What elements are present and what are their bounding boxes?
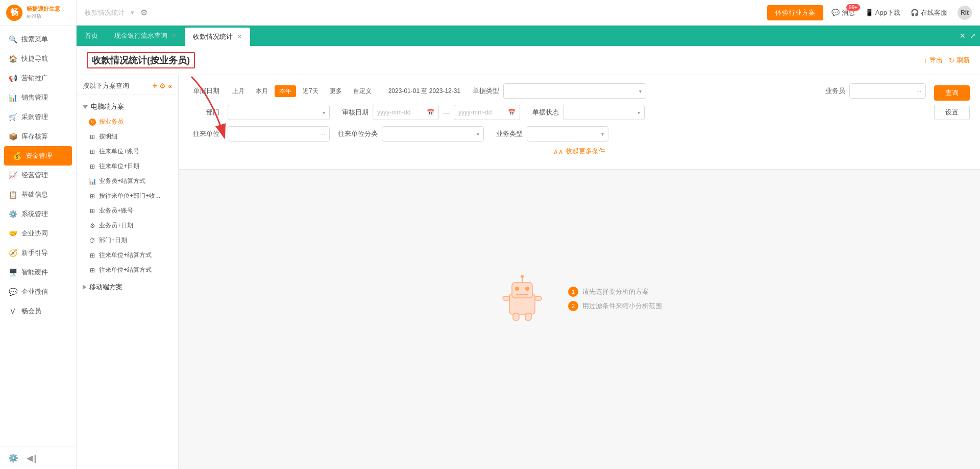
nav-label-hardware: 智能硬件 [21, 268, 48, 277]
sidebar-item-basic-info[interactable]: 📋 基础信息 [0, 185, 76, 204]
logo-text: 畅捷通好生意 标准版 [27, 5, 60, 20]
sidebar-item-operation[interactable]: 📈 经营管理 [0, 166, 76, 185]
svg-rect-1 [512, 283, 532, 298]
scheme-group-mobile-title[interactable]: 移动端方案 [77, 279, 178, 295]
sidebar-item-inventory[interactable]: 📦 库存核算 [0, 127, 76, 146]
empty-content: 1 请先选择要分析的方案 2 用过滤条件来缩小分析范围 [497, 273, 662, 324]
scheme-group-desktop-title[interactable]: 电脑端方案 [77, 99, 178, 114]
date-tab-last-month[interactable]: 上月 [228, 85, 249, 97]
app-icon: 📱 [865, 9, 873, 16]
tab-close-bank-flow[interactable]: ✕ [172, 32, 177, 39]
refresh-button[interactable]: ↻ 刷新 [949, 56, 970, 65]
salesperson-select[interactable]: ··· [849, 83, 926, 99]
svg-rect-7 [503, 296, 509, 300]
collapse-panel-icon[interactable]: « [168, 82, 172, 90]
sidebar-item-guide[interactable]: 🧭 新手引导 [0, 243, 76, 263]
add-scheme-icon[interactable]: + [153, 81, 157, 90]
scheme-item-by-salesperson[interactable]: ↻按业务员 [77, 114, 178, 129]
scheme-item-partner-settlement2[interactable]: ⊞往来单位+结算方式 [77, 263, 178, 277]
scheme-icon-salesperson-date: ⚙ [89, 222, 96, 229]
collapse-sidebar-icon[interactable]: ◀‖ [27, 453, 37, 463]
filter-section-main: 单据日期 上月 本月 本年 近7天 更多 自定义 2023-01-01 至 20… [189, 83, 926, 142]
scheme-item-salesperson-account[interactable]: ⊞业务员+账号 [77, 203, 178, 218]
scheme-label-partner-dept-collect: 按往来单位+部门+收... [99, 192, 160, 200]
logo-icon: 畅 [6, 5, 22, 21]
scheme-item-partner-date[interactable]: ⊞往来单位+日期 [77, 159, 178, 174]
scheme-item-partner-account[interactable]: ⊞往来单位+账号 [77, 144, 178, 159]
date-tabs: 上月 本月 本年 近7天 更多 自定义 [228, 85, 376, 97]
date-tab-custom[interactable]: 自定义 [349, 85, 376, 97]
sidebar-item-system[interactable]: ⚙️ 系统管理 [0, 204, 76, 224]
sidebar-logo: 畅 畅捷通好生意 标准版 [0, 0, 76, 26]
scheme-item-by-detail[interactable]: ⊞按明细 [77, 129, 178, 144]
topbar-actions: 体验行业方案 💬 消息 99+ 📱 App下载 🎧 在线客服 Rit [767, 5, 972, 20]
doc-type-label: 单据类型 [469, 86, 499, 96]
scheme-label-by-salesperson: 按业务员 [99, 118, 124, 126]
message-icon-item[interactable]: 💬 消息 99+ [831, 8, 855, 17]
scheme-label-by-detail: 按明细 [99, 132, 117, 141]
sidebar-item-enterprise[interactable]: 🤝 企业协同 [0, 224, 76, 243]
partner-category-select[interactable]: ▾ [382, 126, 484, 142]
dept-select[interactable]: ▾ [228, 105, 330, 120]
settings-gear-icon[interactable]: ⚙ [140, 8, 148, 17]
nav-label-inventory: 库存核算 [21, 132, 48, 141]
app-download-item[interactable]: 📱 App下载 [865, 8, 900, 17]
scheme-item-partner-dept-collect[interactable]: ⊞按往来单位+部门+收... [77, 189, 178, 203]
sidebar-navigation: 🔍 搜索菜单 🏠 快捷导航 📢 营销推广 📊 销售管理 🛒 采购管理 📦 库存核… [0, 26, 76, 447]
tab-bank-flow[interactable]: 现金银行流水查询 ✕ [106, 26, 185, 46]
scheme-label-partner-account: 往来单位+账号 [99, 147, 139, 156]
filter-settings-button[interactable]: 设置 [934, 105, 970, 120]
close-window-icon[interactable]: ✕ [960, 32, 966, 40]
sidebar-item-sales[interactable]: 📊 销售管理 [0, 88, 76, 107]
user-avatar[interactable]: Rit [958, 6, 972, 20]
sidebar-footer: ⚙️ ◀‖ [0, 447, 76, 469]
review-date-from[interactable]: yyyy-mm-dd 📅 [373, 105, 439, 120]
dropdown-icon[interactable]: ▾ [131, 9, 134, 16]
export-button[interactable]: ↑ 导出 [924, 56, 943, 65]
sidebar-item-vip[interactable]: V 畅会员 [0, 301, 76, 321]
online-service-item[interactable]: 🎧 在线客服 [911, 8, 947, 17]
scheme-label-partner-settlement2: 往来单位+结算方式 [99, 266, 152, 274]
date-tab-more[interactable]: 更多 [325, 85, 347, 97]
scheme-item-salesperson-date[interactable]: ⚙业务员+日期 [77, 218, 178, 233]
sidebar-item-search-menu[interactable]: 🔍 搜索菜单 [0, 30, 76, 49]
scheme-icon-partner-dept-collect: ⊞ [89, 193, 96, 200]
nav-label-sales: 销售管理 [21, 93, 48, 102]
biz-type-select[interactable]: ▾ [527, 126, 608, 142]
service-icon: 🎧 [911, 9, 919, 16]
partner-select[interactable]: ··· [228, 126, 330, 142]
tab-collection-stats[interactable]: 收款情况统计 ✕ [185, 28, 250, 46]
svg-point-2 [515, 287, 519, 291]
sidebar-item-quick-nav[interactable]: 🏠 快捷导航 [0, 49, 76, 68]
collapse-bar[interactable]: ∧∧ 收起更多条件 [189, 142, 970, 161]
partner-cat-chevron: ▾ [477, 131, 479, 137]
date-tab-this-year[interactable]: 本年 [275, 85, 296, 97]
trial-button[interactable]: 体验行业方案 [767, 5, 823, 20]
partner-more-dots[interactable]: ··· [320, 130, 325, 137]
scheme-item-salesperson-settlement[interactable]: 📊业务员+结算方式 [77, 174, 178, 189]
scheme-item-dept-date[interactable]: ⏱部门+日期 [77, 233, 178, 248]
date-tab-7days[interactable]: 近7天 [298, 85, 323, 97]
svg-rect-8 [535, 296, 542, 300]
doc-status-select[interactable]: ▾ [563, 105, 645, 120]
nav-icon-enterprise: 🤝 [8, 229, 17, 238]
step-1-text: 请先选择要分析的方案 [582, 287, 649, 296]
breadcrumb: 收款情况统计 [85, 8, 125, 17]
sidebar-item-hardware[interactable]: 🖥️ 智能硬件 [0, 263, 76, 282]
sidebar-item-purchase[interactable]: 🛒 采购管理 [0, 107, 76, 127]
date-label: 单据日期 [189, 86, 219, 96]
expand-desktop-icon [83, 105, 88, 109]
maximize-window-icon[interactable]: ⤢ [970, 32, 976, 40]
sidebar-item-wechat[interactable]: 💬 企业微信 [0, 282, 76, 301]
tab-close-collection-stats[interactable]: ✕ [237, 33, 242, 40]
query-button[interactable]: 查询 [934, 85, 970, 101]
tab-home[interactable]: 首页 [77, 26, 106, 46]
scheme-settings-icon[interactable]: ⚙ [159, 82, 166, 90]
doc-type-select[interactable]: ▾ [503, 83, 646, 99]
sidebar-item-marketing[interactable]: 📢 营销推广 [0, 68, 76, 88]
sidebar-item-finance[interactable]: 💰 资金管理 [4, 146, 72, 166]
settings-icon[interactable]: ⚙️ [8, 453, 18, 463]
scheme-item-partner-settlement1[interactable]: ⊞往来单位+结算方式 [77, 248, 178, 263]
review-date-to[interactable]: yyyy-mm-dd 📅 [454, 105, 520, 120]
date-tab-this-month[interactable]: 本月 [251, 85, 273, 97]
